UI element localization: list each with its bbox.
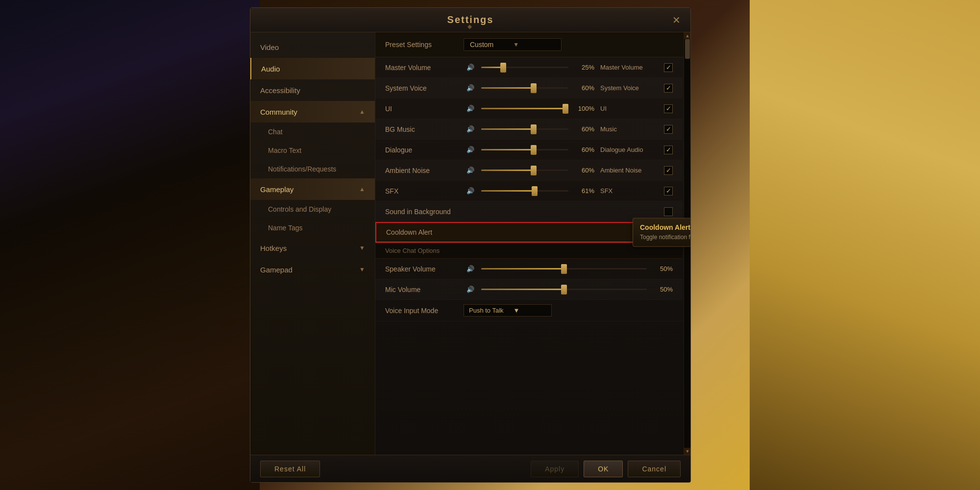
sidebar-item-notifications[interactable]: Notifications/Requests <box>250 160 375 178</box>
checkbox-dialogue[interactable] <box>664 146 673 154</box>
sidebar-label-chat: Chat <box>268 128 283 136</box>
slider-track-master <box>481 67 568 68</box>
slider-master-volume[interactable] <box>481 67 568 68</box>
sidebar: Video Audio Accessibility Community ▲ Ch… <box>250 32 375 455</box>
checkbox-ui[interactable] <box>664 104 673 113</box>
slider-thumb-bg-music[interactable] <box>531 124 537 134</box>
slider-fill-sfx <box>481 190 535 192</box>
slider-bg-music[interactable] <box>481 128 568 130</box>
sidebar-item-community[interactable]: Community ▲ <box>250 101 375 122</box>
checkbox-ambient-noise[interactable] <box>664 166 673 175</box>
checkbox-master-volume[interactable] <box>664 63 673 72</box>
sidebar-item-audio[interactable]: Audio <box>250 58 375 79</box>
voice-input-value: Push to Talk <box>469 307 504 314</box>
sidebar-label-gamepad: Gamepad <box>260 266 293 274</box>
setting-label-right-bg-music: Music <box>600 125 664 133</box>
scroll-down-arrow[interactable]: ▼ <box>684 448 690 455</box>
setting-name-mic-volume: Mic Volume <box>385 286 464 294</box>
setting-pct-sfx: 61% <box>572 187 594 195</box>
setting-name-voice-input: Voice Input Mode <box>385 307 464 315</box>
slider-thumb-system[interactable] <box>531 83 537 93</box>
slider-sfx[interactable] <box>481 190 568 192</box>
sidebar-label-hotkeys: Hotkeys <box>260 244 287 252</box>
slider-thumb-speaker[interactable] <box>561 264 567 274</box>
tooltip-title: Cooldown Alert <box>640 223 690 231</box>
scroll-up-arrow[interactable]: ▲ <box>684 32 690 39</box>
preset-label: Preset Settings <box>385 41 464 49</box>
sidebar-item-gamepad[interactable]: Gamepad ▼ <box>250 259 375 280</box>
bg-left-panel <box>0 0 260 490</box>
slider-fill-bg-music <box>481 128 534 130</box>
sidebar-item-accessibility[interactable]: Accessibility <box>250 79 375 101</box>
modal-body: Video Audio Accessibility Community ▲ Ch… <box>250 32 690 455</box>
bg-right-panel <box>750 0 980 490</box>
hotkeys-chevron: ▼ <box>359 245 365 251</box>
sidebar-item-macro-text[interactable]: Macro Text <box>250 141 375 160</box>
sidebar-item-chat[interactable]: Chat <box>250 122 375 141</box>
slider-fill-mic <box>481 289 564 290</box>
checkbox-bg-music[interactable] <box>664 125 673 134</box>
voice-input-select[interactable]: Push to Talk ▼ <box>464 304 552 317</box>
setting-label-right-system: System Voice <box>600 84 664 92</box>
close-button[interactable]: ✕ <box>669 13 683 27</box>
sidebar-label-notifications: Notifications/Requests <box>268 165 336 173</box>
setting-pct-ui: 100% <box>572 105 594 112</box>
setting-row-dialogue: Dialogue 🔊 60% Dialogue Audio <box>375 140 683 160</box>
checkbox-sfx[interactable] <box>664 187 673 196</box>
slider-thumb-ui[interactable] <box>563 104 568 114</box>
sidebar-item-hotkeys[interactable]: Hotkeys ▼ <box>250 237 375 259</box>
setting-label-right-sfx: SFX <box>600 187 664 195</box>
setting-pct-system: 60% <box>572 84 594 92</box>
sidebar-item-video[interactable]: Video <box>250 36 375 58</box>
preset-select[interactable]: Custom ▼ <box>464 38 562 51</box>
setting-pct-master: 25% <box>572 64 594 71</box>
slider-mic-volume[interactable] <box>481 289 647 290</box>
sidebar-label-gameplay: Gameplay <box>260 185 294 194</box>
slider-ambient-noise[interactable] <box>481 170 568 171</box>
slider-track-mic <box>481 289 647 290</box>
slider-thumb-master[interactable] <box>500 63 506 73</box>
slider-fill-speaker <box>481 268 564 270</box>
ok-button[interactable]: OK <box>584 461 623 477</box>
setting-row-cooldown-alert: Cooldown Alert Cooldown Alert Toggle not… <box>375 222 683 243</box>
slider-thumb-sfx[interactable] <box>532 186 538 196</box>
cancel-button[interactable]: Cancel <box>628 461 681 477</box>
apply-button[interactable]: Apply <box>531 461 579 477</box>
setting-row-sfx: SFX 🔊 61% SFX <box>375 181 683 201</box>
setting-row-ui: UI 🔊 100% UI <box>375 98 683 119</box>
slider-thumb-mic[interactable] <box>561 285 567 294</box>
settings-content: Preset Settings Custom ▼ Master Volume 🔊 <box>375 32 690 455</box>
preset-chevron: ▼ <box>513 41 519 48</box>
slider-track-speaker <box>481 268 647 270</box>
slider-system-voice[interactable] <box>481 87 568 89</box>
checkbox-system-voice[interactable] <box>664 84 673 93</box>
reset-all-button[interactable]: Reset All <box>260 461 320 477</box>
slider-dialogue[interactable] <box>481 149 568 150</box>
sidebar-item-gameplay[interactable]: Gameplay ▲ <box>250 178 375 200</box>
volume-icon-ambient: 🔊 <box>466 167 474 174</box>
setting-name-sfx: SFX <box>385 187 464 195</box>
settings-modal: Settings ◆ ✕ Video Audio Accessibility C… <box>250 7 691 483</box>
modal-header: Settings ◆ ✕ <box>250 8 690 32</box>
slider-fill-ui <box>481 108 568 109</box>
setting-name-bg-music: BG Music <box>385 125 464 133</box>
slider-thumb-dialogue[interactable] <box>531 145 537 155</box>
voice-input-chevron: ▼ <box>514 307 520 314</box>
slider-track-sfx <box>481 190 568 192</box>
setting-name-speaker-volume: Speaker Volume <box>385 265 464 273</box>
gameplay-chevron: ▲ <box>359 186 365 193</box>
sidebar-item-name-tags[interactable]: Name Tags <box>250 219 375 237</box>
setting-pct-speaker: 50% <box>651 265 673 272</box>
slider-speaker-volume[interactable] <box>481 268 647 270</box>
volume-icon-system: 🔊 <box>466 84 474 92</box>
slider-ui[interactable] <box>481 108 568 109</box>
setting-name-master-volume: Master Volume <box>385 64 464 72</box>
volume-icon-bg-music: 🔊 <box>466 125 474 133</box>
gamepad-chevron: ▼ <box>359 266 365 273</box>
slider-thumb-ambient[interactable] <box>531 166 537 175</box>
scroll-thumb[interactable] <box>685 39 690 59</box>
checkbox-sound-bg[interactable] <box>664 207 673 216</box>
setting-row-speaker-volume: Speaker Volume 🔊 50% <box>375 259 683 279</box>
slider-fill-ambient <box>481 170 534 171</box>
sidebar-item-controls-display[interactable]: Controls and Display <box>250 200 375 219</box>
